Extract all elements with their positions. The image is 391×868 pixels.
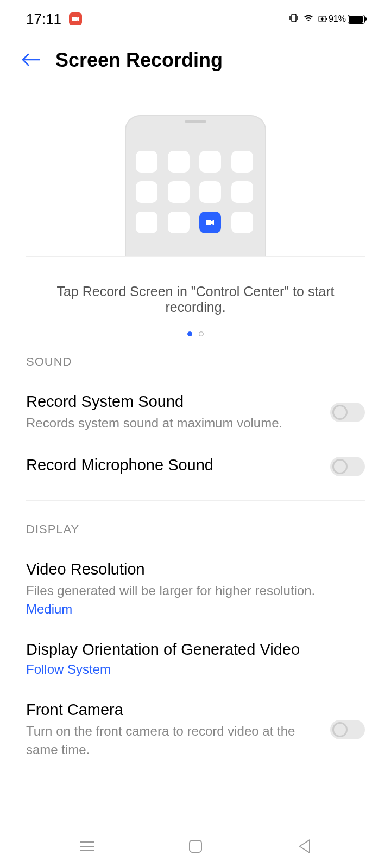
navigation-bar — [0, 825, 391, 868]
setting-display-orientation[interactable]: Display Orientation of Generated Video F… — [0, 629, 391, 689]
back-button[interactable] — [22, 50, 40, 71]
record-screen-icon — [199, 212, 221, 233]
phone-mockup — [125, 115, 266, 256]
svg-text:✱: ✱ — [320, 17, 324, 22]
setting-title: Front Camera — [26, 701, 319, 719]
setting-value: Medium — [26, 602, 365, 617]
status-right: ✱ 91% — [289, 13, 365, 25]
setting-record-microphone[interactable]: Record Microphone Sound — [0, 444, 391, 489]
setting-video-resolution[interactable]: Video Resolution Files generated will be… — [0, 548, 391, 629]
nav-back-button[interactable] — [296, 838, 312, 854]
illustration-caption: Tap Record Screen in "Control Center" to… — [0, 257, 391, 331]
section-sound-header: SOUND — [0, 349, 391, 381]
nav-recent-button[interactable] — [79, 838, 95, 854]
setting-title: Record Microphone Sound — [26, 456, 319, 474]
svg-rect-0 — [72, 17, 77, 21]
page-dot-1[interactable] — [187, 331, 192, 336]
battery-saver-icon: ✱ — [318, 15, 327, 23]
status-left: 17:11 — [26, 11, 82, 28]
setting-title: Record System Sound — [26, 393, 319, 411]
illustration — [26, 88, 365, 257]
page-dot-2[interactable] — [199, 331, 204, 336]
vibrate-icon — [289, 13, 299, 25]
setting-front-camera[interactable]: Front Camera Turn on the front camera to… — [0, 689, 391, 770]
page-title: Screen Recording — [55, 49, 223, 72]
battery-percent: 91% — [329, 14, 346, 24]
setting-subtitle: Files generated will be larger for highe… — [26, 582, 365, 600]
header: Screen Recording — [0, 38, 391, 88]
nav-home-button[interactable] — [187, 838, 204, 854]
battery-container: ✱ 91% — [318, 14, 365, 24]
setting-record-system-sound[interactable]: Record System Sound Records system sound… — [0, 381, 391, 444]
setting-value: Follow System — [26, 662, 365, 677]
svg-rect-5 — [326, 18, 327, 20]
divider — [26, 500, 365, 501]
svg-rect-1 — [292, 14, 296, 22]
battery-icon — [348, 15, 365, 24]
toggle-front-camera[interactable] — [330, 720, 365, 739]
setting-title: Video Resolution — [26, 560, 365, 578]
setting-title: Display Orientation of Generated Video — [26, 641, 365, 659]
wifi-icon — [303, 14, 314, 25]
page-indicator[interactable] — [0, 331, 391, 349]
toggle-record-system-sound[interactable] — [330, 403, 365, 422]
status-time: 17:11 — [26, 11, 61, 28]
toggle-record-microphone[interactable] — [330, 457, 365, 476]
svg-rect-7 — [206, 220, 211, 225]
setting-subtitle: Turn on the front camera to record video… — [26, 722, 319, 758]
section-display-header: DISPLAY — [0, 517, 391, 548]
setting-subtitle: Records system sound at maximum volume. — [26, 414, 319, 432]
recording-badge-icon — [69, 12, 82, 25]
status-bar: 17:11 ✱ 91% — [0, 0, 391, 38]
